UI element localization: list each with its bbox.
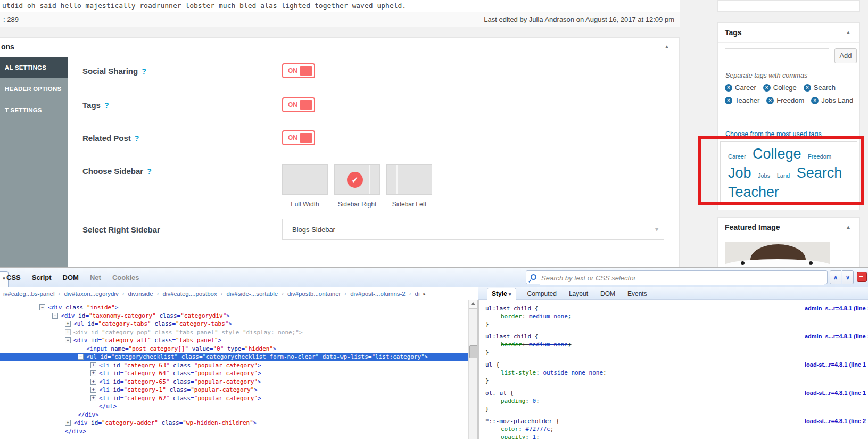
breadcrumb-item[interactable]: div#categ....postbox xyxy=(162,291,217,297)
dom-tree-node[interactable]: </div> xyxy=(0,411,468,419)
sidebar-layout-choice-right[interactable]: ✓Sidebar Right xyxy=(334,164,380,208)
sidebar-layout-choice-left[interactable]: Sidebar Left xyxy=(386,164,432,208)
devtools-tab-css[interactable]: CSS xyxy=(6,274,21,281)
side-tab-style[interactable]: Style ▾ xyxy=(487,288,516,300)
tag-chip-label: Jobs Land xyxy=(821,96,853,104)
css-rule: ol, ul {padding: 0;}load-st...r=4.8.1 (l… xyxy=(485,389,868,413)
breadcrumb-item[interactable]: div#side-...sortable xyxy=(227,291,278,297)
dom-tree-node[interactable]: </div> xyxy=(0,427,468,436)
devtools-search-input[interactable] xyxy=(540,271,824,285)
dom-tree-node[interactable]: +<li id="category-1" class="popular-cate… xyxy=(0,386,468,394)
options-tab-al-settings[interactable]: AL SETTINGS xyxy=(0,57,68,78)
css-source-link[interactable]: load-st...r=4.8.1 (line 1 xyxy=(805,361,866,369)
dom-tree-node[interactable]: −<ul id="categorychecklist" class="categ… xyxy=(0,353,468,361)
side-tab-layout[interactable]: Layout xyxy=(568,288,589,299)
dom-tree-node[interactable]: −<div id="taxonomy-category" class="cate… xyxy=(0,312,468,320)
toggle-on-label: ON xyxy=(288,101,297,109)
expand-icon[interactable]: + xyxy=(90,362,96,368)
expand-icon[interactable]: + xyxy=(90,379,96,385)
options-tab-header-options[interactable]: HEADER OPTIONS xyxy=(0,78,68,100)
breadcrumb-item[interactable]: di xyxy=(415,291,420,297)
breadcrumb-overflow-icon[interactable]: ▸ xyxy=(424,291,426,296)
dom-tree-node[interactable]: +<li id="category-63" class="popular-cat… xyxy=(0,361,468,370)
collapse-icon[interactable]: − xyxy=(65,337,71,343)
breadcrumb-separator: ‹ xyxy=(221,291,223,297)
tag-chip: ×Teacher xyxy=(725,96,759,104)
css-source-link[interactable]: admin_s...r=4.8.1 (line 14 xyxy=(805,333,868,341)
toggle-social-sharing[interactable]: ON xyxy=(282,63,315,78)
css-source-link[interactable]: admin_s...r=4.8.1 (line 15 xyxy=(805,304,868,312)
right-sidebar-select[interactable]: Blogs Sidebar ▾ xyxy=(282,219,664,240)
expand-icon[interactable]: + xyxy=(65,420,71,426)
dom-tree-node[interactable]: +<li id="category-64" class="popular-cat… xyxy=(0,369,468,378)
tree-scrollbar[interactable] xyxy=(468,300,477,439)
featured-image-thumbnail[interactable] xyxy=(725,242,830,268)
dom-tree-node[interactable]: +<div id="category-pop" class="tabs-pane… xyxy=(0,328,468,337)
help-icon[interactable]: ? xyxy=(142,67,146,76)
toggle-tags[interactable]: ON xyxy=(282,97,315,112)
collapse-icon[interactable]: − xyxy=(78,354,84,360)
help-icon[interactable]: ? xyxy=(135,134,139,143)
remove-tag-icon[interactable]: × xyxy=(811,97,819,104)
breadcrumb-item[interactable]: iv#categ...bs-panel xyxy=(3,291,55,297)
expand-icon[interactable]: + xyxy=(90,395,96,401)
remove-tag-icon[interactable]: × xyxy=(804,84,811,92)
dom-tree-node[interactable]: <input name="post_category[]" value="0" … xyxy=(0,345,468,353)
deactivate-button[interactable] xyxy=(857,272,867,282)
collapse-icon[interactable]: − xyxy=(39,304,45,310)
add-tag-button[interactable]: Add xyxy=(834,48,857,63)
devtools-tab-script[interactable]: Script xyxy=(32,274,52,281)
collapse-arrow-icon[interactable]: ▲ xyxy=(846,29,851,35)
metabox-stub xyxy=(717,0,860,12)
devtools-tab-dom[interactable]: DOM xyxy=(63,274,79,281)
dom-tree-node[interactable]: +<li id="category-65" class="popular-cat… xyxy=(0,378,468,386)
options-tab-t-settings[interactable]: T SETTINGS xyxy=(0,100,68,121)
setting-row-social-sharing: Social Sharing? ON xyxy=(68,57,679,92)
editor-status-bar: : 289 Last edited by Julia Andrason on A… xyxy=(0,12,680,27)
remove-tag-icon[interactable]: × xyxy=(763,84,771,92)
breadcrumb-item[interactable]: div.inside xyxy=(128,291,153,297)
collapse-arrow-icon[interactable]: ▲ xyxy=(846,224,851,230)
expand-icon[interactable]: + xyxy=(90,387,96,393)
collapse-arrow-icon[interactable]: ▲ xyxy=(664,44,669,49)
new-tag-input[interactable] xyxy=(725,48,829,63)
devtools-tab-net[interactable]: Net xyxy=(90,274,101,281)
breadcrumb-separator: ‹ xyxy=(282,291,284,297)
sidebar-layout-choice-full[interactable]: Full Width xyxy=(282,164,328,208)
side-tab-dom[interactable]: DOM xyxy=(599,288,616,299)
help-icon[interactable]: ? xyxy=(104,101,109,110)
breadcrumb-item[interactable]: div#postb...ontainer xyxy=(287,291,341,297)
remove-tag-icon[interactable]: × xyxy=(766,97,774,104)
dom-tree-node[interactable]: +<li id="category-62" class="popular-cat… xyxy=(0,394,468,403)
expand-icon[interactable]: + xyxy=(65,329,71,335)
dom-tree-node[interactable]: +<div id="category-adder" class="wp-hidd… xyxy=(0,419,468,427)
tags-hint: Separate tags with commas xyxy=(725,72,807,79)
side-tab-events[interactable]: Events xyxy=(626,288,648,299)
devtools-tab-cookies[interactable]: Cookies xyxy=(112,274,139,281)
help-icon[interactable]: ? xyxy=(147,167,152,176)
breadcrumb-item[interactable]: div#post-...olumns-2 xyxy=(350,291,406,297)
expand-icon[interactable]: + xyxy=(90,370,96,376)
dom-tree-node[interactable]: +<ul id="category-tabs" class="category-… xyxy=(0,320,468,328)
css-source-link[interactable]: load-st...r=4.8.1 (line 1 xyxy=(805,389,866,397)
collapse-icon[interactable]: − xyxy=(52,313,58,319)
expand-icon[interactable]: + xyxy=(65,321,71,327)
side-tab-computed[interactable]: Computed xyxy=(526,288,558,299)
toggle-related-post[interactable]: ON xyxy=(282,130,315,145)
css-source-link[interactable]: load-st...r=4.8.1 (line 2 xyxy=(805,417,866,425)
breadcrumb-item[interactable]: div#taxon...egorydiv xyxy=(64,291,118,297)
post-options-header[interactable]: ons ▲ xyxy=(0,38,679,57)
search-next-button[interactable]: ∨ xyxy=(842,270,854,284)
setting-label: Social Sharing? xyxy=(82,67,146,76)
scroll-up-icon[interactable] xyxy=(469,300,477,309)
editor-content-area[interactable]: utdid oh said hello majestically roadrun… xyxy=(0,0,680,12)
dom-tree-node[interactable]: −<div id="category-all" class="tabs-pane… xyxy=(0,336,468,345)
dom-tree-node[interactable]: </ul> xyxy=(0,402,468,411)
scrollbar-thumb[interactable] xyxy=(469,345,478,358)
dom-tree-node[interactable]: −<div class="inside"> xyxy=(0,303,468,312)
tag-chip-label: Teacher xyxy=(735,96,759,104)
tag-chip: ×Search xyxy=(804,84,836,92)
remove-tag-icon[interactable]: × xyxy=(725,97,732,104)
remove-tag-icon[interactable]: × xyxy=(725,84,732,92)
search-prev-button[interactable]: ∧ xyxy=(830,270,841,284)
